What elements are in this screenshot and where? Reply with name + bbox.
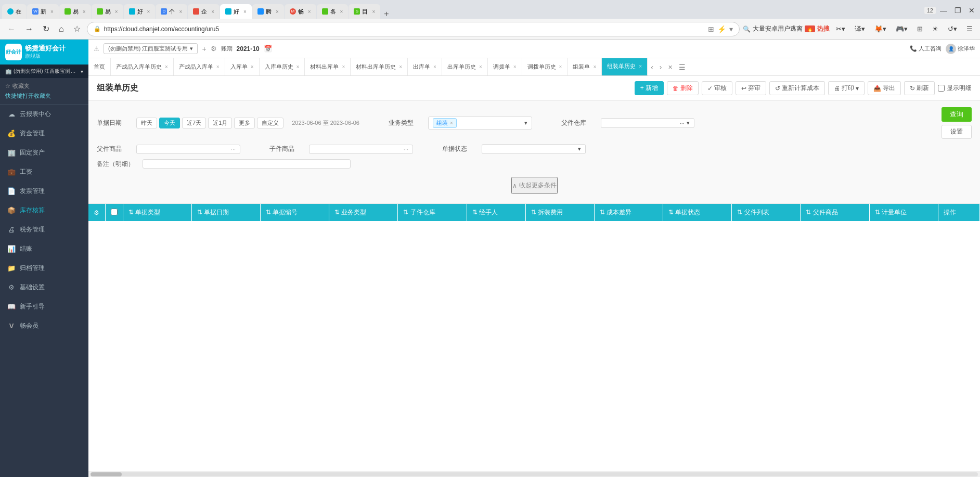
browser-tab-7[interactable]: 企 × <box>188 4 220 19</box>
settings-gear-button[interactable]: ⚙ <box>211 45 217 53</box>
back-button[interactable]: ← <box>4 22 19 36</box>
th-cost-diff[interactable]: ⇅ 成本差异 <box>594 204 663 221</box>
recalculate-button[interactable]: ↺ 重新计算成本 <box>769 81 825 95</box>
home-button[interactable]: ⌂ <box>56 22 67 36</box>
close-tab-material-out-history[interactable]: × <box>399 64 402 70</box>
sun-btn[interactable]: ☀ <box>929 24 942 34</box>
th-parent-list[interactable]: ⇅ 父件列表 <box>732 204 801 221</box>
browser-tab-12[interactable]: S 目 × <box>349 4 380 19</box>
scroll-bar[interactable] <box>88 471 980 477</box>
page-tab-stock-out-history[interactable]: 出库单历史 × <box>442 58 488 76</box>
th-unit[interactable]: ⇅ 计量单位 <box>869 204 938 221</box>
th-checkbox[interactable] <box>105 204 123 221</box>
translate-btn[interactable]: 译▾ <box>852 23 868 35</box>
grid-btn[interactable]: ⊞ <box>914 24 926 34</box>
page-tab-finished-goods-in-history[interactable]: 产成品入库单历史 × <box>111 58 174 76</box>
sidebar-item-funds[interactable]: 💰 资金管理 <box>0 124 88 143</box>
close-tab-stock-out[interactable]: × <box>433 64 436 70</box>
bookmark-button[interactable]: ☆ <box>70 22 84 36</box>
tab-prev-button[interactable]: ‹ <box>648 63 656 71</box>
browser-tab-1[interactable]: 在 <box>2 4 27 19</box>
sidebar-item-inventory[interactable]: 📦 库存核算 <box>0 201 88 220</box>
browser-tab-10[interactable]: M 畅 × <box>285 4 316 19</box>
reload-button[interactable]: ↻ <box>40 22 53 36</box>
browser-tab-9[interactable]: 腾 × <box>252 4 284 19</box>
th-handler[interactable]: ⇅ 经手人 <box>467 204 525 221</box>
sidebar-item-invoice[interactable]: 📄 发票管理 <box>0 182 88 201</box>
scroll-thumb[interactable] <box>91 472 122 476</box>
browser-tab-11[interactable]: 各 × <box>317 4 349 19</box>
scroll-track[interactable] <box>91 472 978 476</box>
print-button[interactable]: 🖨 打印 ▾ <box>828 81 865 95</box>
address-bar[interactable]: 🔒 https://cloud.chanjet.com/accounting/u… <box>87 22 740 36</box>
close-tab-material-out[interactable]: × <box>342 64 345 70</box>
delete-button[interactable]: 🗑 删除 <box>667 81 699 95</box>
collapse-button[interactable]: ∧ 收起更多条件 <box>511 177 558 194</box>
close-button[interactable]: ✕ <box>965 4 978 17</box>
select-all-checkbox[interactable] <box>111 209 118 215</box>
calendar-button[interactable]: 📅 <box>264 45 272 53</box>
company-section[interactable]: 🏢 (勿删勿禁用) 江西服宝测试专用 ▾ <box>0 65 88 78</box>
th-bill-type[interactable]: ⇅ 单据类型 <box>123 204 191 221</box>
last1month-btn[interactable]: 近1月 <box>208 118 232 128</box>
forward-button[interactable]: → <box>22 22 36 36</box>
page-tab-assembly[interactable]: 组装单 × <box>568 58 602 76</box>
sidebar-header[interactable]: 好会计 畅捷通好会计 旗舰版 <box>0 40 88 65</box>
fox-btn[interactable]: 🦊▾ <box>871 24 889 34</box>
minimize-button[interactable]: — <box>937 4 950 17</box>
yesterday-btn[interactable]: 昨天 <box>136 118 157 128</box>
add-company-button[interactable]: + <box>202 45 206 53</box>
close-tab-transfer-history[interactable]: × <box>559 64 562 70</box>
more-date-btn[interactable]: 更多 <box>234 118 255 128</box>
th-bill-no[interactable]: ⇅ 单据编号 <box>260 204 329 221</box>
favorites-link[interactable]: 快捷键打开收藏夹 <box>5 92 83 100</box>
game-btn[interactable]: 🎮▾ <box>893 24 911 34</box>
th-bill-date[interactable]: ⇅ 单据日期 <box>191 204 260 221</box>
page-tab-material-out-history[interactable]: 材料出库单历史 × <box>351 58 408 76</box>
menu-btn[interactable]: ☰ <box>963 24 976 34</box>
sidebar-item-guide[interactable]: 📖 新手引导 <box>0 297 88 316</box>
add-button[interactable]: + 新增 <box>635 81 664 95</box>
filter-settings-button[interactable]: 设置 <box>942 125 972 139</box>
user-menu-button[interactable]: 👤 徐泽华 <box>946 44 975 54</box>
close-tab-assembly[interactable]: × <box>593 64 596 70</box>
page-tab-transfer-history[interactable]: 调拨单历史 × <box>522 58 568 76</box>
sidebar-item-membership[interactable]: V 畅会员 <box>0 316 88 336</box>
close-tab-stock-out-history[interactable]: × <box>479 64 482 70</box>
browser-tab-3[interactable]: 易 × <box>59 4 91 19</box>
close-tab-finished-goods-in[interactable]: × <box>216 64 220 70</box>
browser-tab-5[interactable]: 好 × <box>124 4 156 19</box>
page-tab-material-out[interactable]: 材料出库单 × <box>305 58 351 76</box>
remark-input[interactable] <box>143 159 351 169</box>
th-parent-goods[interactable]: ⇅ 父件商品 <box>801 204 869 221</box>
sidebar-item-accounts[interactable]: 📊 结账 <box>0 239 88 259</box>
maximize-button[interactable]: ❐ <box>951 4 964 17</box>
page-tab-stock-out[interactable]: 出库单 × <box>408 58 442 76</box>
th-disassembly-fee[interactable]: ⇅ 拆装费用 <box>525 204 594 221</box>
today-btn[interactable]: 今天 <box>159 118 180 128</box>
sidebar-item-settings[interactable]: ⚙ 基础设置 <box>0 278 88 297</box>
th-biz-type[interactable]: ⇅ 业务类型 <box>329 204 398 221</box>
parent-warehouse-select[interactable]: ··· ▾ <box>601 118 694 128</box>
page-tab-stock-in[interactable]: 入库单 × <box>225 58 260 76</box>
bill-status-select[interactable]: ▾ <box>482 144 586 154</box>
parent-goods-input[interactable]: ··· <box>136 145 240 154</box>
close-tab-transfer[interactable]: × <box>513 64 517 70</box>
company-select[interactable]: (勿删勿禁用) 江西服宝测试专用 ▾ <box>104 43 198 54</box>
browser-tab-8[interactable]: 好 × <box>220 4 252 19</box>
close-tab-stock-in-history[interactable]: × <box>296 64 300 70</box>
audit-button[interactable]: ✓ 审核 <box>702 81 732 95</box>
tab-next-button[interactable]: › <box>656 63 665 71</box>
close-tab-assembly-history[interactable]: × <box>639 63 642 69</box>
browser-tab-4[interactable]: 易 × <box>92 4 123 19</box>
biz-type-select[interactable]: 组装 × ▾ <box>428 117 532 130</box>
new-tab-button[interactable]: + <box>381 9 392 19</box>
page-tab-home[interactable]: 首页 <box>88 58 111 76</box>
child-goods-input[interactable]: ··· <box>309 145 413 154</box>
browser-tab-6[interactable]: D 个 × <box>156 4 187 19</box>
custom-date-btn[interactable]: 自定义 <box>257 118 283 128</box>
page-tab-stock-in-history[interactable]: 入库单历史 × <box>260 58 305 76</box>
th-child-warehouse[interactable]: ⇅ 子件仓库 <box>398 204 467 221</box>
show-detail-checkbox[interactable] <box>938 85 945 92</box>
query-button[interactable]: 查询 <box>942 107 972 122</box>
